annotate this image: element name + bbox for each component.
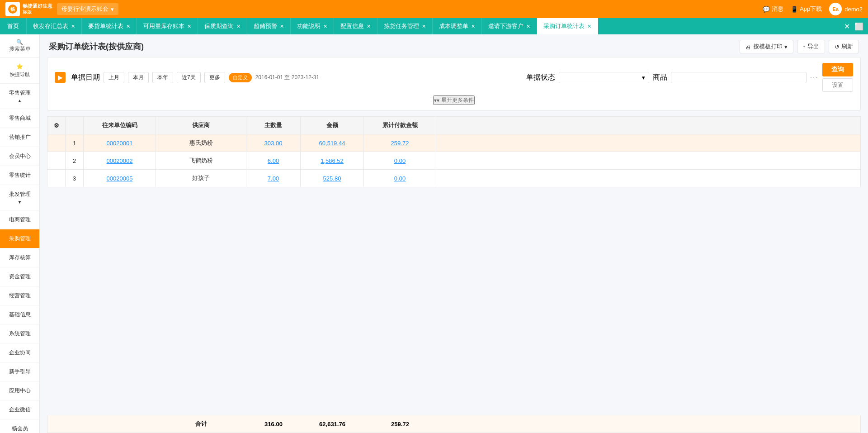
row3-main-qty: 7.00 bbox=[246, 170, 301, 187]
filter-toggle-btn[interactable]: ▶ bbox=[55, 72, 66, 83]
sidebar-item-new-guide[interactable]: 新手引导 bbox=[0, 362, 39, 381]
tab-expiry-query-label: 保质期查询 bbox=[204, 22, 234, 30]
sidebar-item-retail-mgmt[interactable]: 零售管理 ▲ bbox=[0, 84, 39, 109]
message-label: 消息 bbox=[772, 5, 783, 13]
tab-close-icon[interactable]: ✕ bbox=[367, 24, 371, 29]
tab-close-icon[interactable]: ✕ bbox=[587, 24, 591, 29]
row3-paid-amount-link[interactable]: 0.00 bbox=[394, 175, 406, 182]
sidebar-item-wholesale-mgmt[interactable]: 批发管理 ▼ bbox=[0, 185, 39, 210]
tab-purchase-stat[interactable]: 采购订单统计表 ✕ bbox=[537, 18, 598, 34]
row2-amount-link[interactable]: 1,586.52 bbox=[321, 157, 344, 164]
tab-close-icon[interactable]: ✕ bbox=[71, 24, 75, 29]
tab-close-icon[interactable]: ✕ bbox=[126, 24, 130, 29]
row3-supplier-code-link[interactable]: 00020005 bbox=[107, 175, 133, 182]
export-button[interactable]: ↑ 导出 bbox=[797, 40, 826, 53]
tab-home[interactable]: 首页 bbox=[0, 18, 27, 34]
tab-close-icon[interactable]: ✕ bbox=[526, 24, 530, 29]
row2-extra bbox=[436, 152, 861, 170]
row1-supplier-name: 惠氏奶粉 bbox=[189, 139, 213, 146]
this-month-btn[interactable]: 本月 bbox=[128, 72, 149, 83]
tab-overstock-warning-label: 超储预警 bbox=[254, 22, 277, 30]
last7days-btn[interactable]: 近7天 bbox=[177, 72, 201, 83]
maximize-btn[interactable]: ⬜ bbox=[853, 20, 865, 33]
row2-main-qty-link[interactable]: 6.00 bbox=[268, 157, 279, 164]
row1-supplier-code-link[interactable]: 00020001 bbox=[107, 140, 133, 147]
tab-function-desc[interactable]: 功能说明 ✕ bbox=[291, 18, 334, 34]
sidebar-item-member-center[interactable]: 会员中心 bbox=[0, 147, 39, 166]
more-options-icon[interactable]: ··· bbox=[810, 73, 819, 81]
filter-main-row: ▶ 单据日期 上月 本月 本年 近7天 更多 自定义 2016-01-01 至 … bbox=[55, 63, 853, 92]
tab-close-icon[interactable]: ✕ bbox=[187, 24, 191, 29]
tab-cost-adjust[interactable]: 成本调整单 ✕ bbox=[433, 18, 482, 34]
sidebar-item-inventory-check[interactable]: 库存核算 bbox=[0, 248, 39, 267]
refresh-button[interactable]: ↺ 刷新 bbox=[829, 40, 859, 53]
row1-settings bbox=[47, 134, 66, 152]
last-month-btn[interactable]: 上月 bbox=[104, 72, 124, 83]
sidebar-item-member-label: 畅会员 bbox=[12, 425, 28, 433]
expand-more-label: 展开更多条件 bbox=[441, 96, 474, 104]
message-btn[interactable]: 💬 消息 bbox=[763, 5, 783, 13]
row1-amount-link[interactable]: 60,519.44 bbox=[319, 140, 345, 147]
row1-main-qty-link[interactable]: 303.00 bbox=[264, 140, 283, 147]
workspace-selector[interactable]: 母婴行业演示账套 ▾ bbox=[57, 3, 118, 15]
sidebar-item-operation-mgmt[interactable]: 经营管理 bbox=[0, 286, 39, 305]
chevron-down-icon: ▾ bbox=[642, 74, 645, 81]
sidebar-item-purchase-mgmt[interactable]: 采购管理 bbox=[0, 229, 39, 248]
tab-config-info[interactable]: 配置信息 ✕ bbox=[334, 18, 377, 34]
row3-main-qty-link[interactable]: 7.00 bbox=[268, 175, 279, 182]
tab-close-icon[interactable]: ✕ bbox=[323, 24, 327, 29]
page-title: 采购订单统计表(按供应商) bbox=[49, 41, 144, 52]
row2-paid-amount-link[interactable]: 0.00 bbox=[394, 157, 406, 164]
sidebar-item-basic-info[interactable]: 基础信息 bbox=[0, 305, 39, 324]
sidebar-search-btn[interactable]: 🔍 搜索菜单 bbox=[0, 34, 39, 58]
sidebar-item-enterprise-wechat[interactable]: 企业微信 bbox=[0, 400, 39, 419]
footer-amount: 62,631.76 bbox=[301, 421, 364, 428]
sidebar-item-enterprise-collab-label: 企业协同 bbox=[9, 349, 31, 357]
tab-invite-downstream[interactable]: 邀请下游客户 ✕ bbox=[482, 18, 537, 34]
more-date-btn[interactable]: 更多 bbox=[204, 72, 225, 83]
sidebar-item-ecommerce-mgmt[interactable]: 电商管理 bbox=[0, 210, 39, 229]
tab-close-icon[interactable]: ✕ bbox=[280, 24, 284, 29]
sidebar-item-system-mgmt[interactable]: 系统管理 bbox=[0, 324, 39, 343]
sidebar-item-enterprise-collab[interactable]: 企业协同 bbox=[0, 343, 39, 362]
row2-settings bbox=[47, 152, 66, 170]
goods-input[interactable] bbox=[671, 72, 807, 83]
tab-close-icon[interactable]: ✕ bbox=[471, 24, 475, 29]
this-year-btn[interactable]: 本年 bbox=[152, 72, 173, 83]
chevron-down-icon: ▾ bbox=[784, 43, 788, 50]
tab-close-icon[interactable]: ✕ bbox=[422, 24, 426, 29]
sidebar-item-marketing[interactable]: 营销推广 bbox=[0, 128, 39, 147]
top-bar-left: 畅 畅捷通好生意 标版 母婴行业演示账套 ▾ bbox=[5, 2, 118, 16]
tab-receive-send[interactable]: 收发存汇总表 ✕ bbox=[27, 18, 82, 34]
print-button[interactable]: 🖨 按模板打印 ▾ bbox=[740, 40, 793, 53]
user-name: demo2 bbox=[844, 6, 863, 13]
query-button[interactable]: 查询 bbox=[822, 63, 853, 76]
col-settings-header[interactable]: ⚙ bbox=[47, 117, 66, 134]
tab-overstock-warning[interactable]: 超储预警 ✕ bbox=[247, 18, 291, 34]
sidebar-item-quick-nav[interactable]: ⭐ 快捷导航 bbox=[0, 58, 39, 84]
tab-goods-stat[interactable]: 要货单统计表 ✕ bbox=[82, 18, 137, 34]
tab-available-stock[interactable]: 可用量库存账本 ✕ bbox=[137, 18, 198, 34]
row1-paid-amount-link[interactable]: 259.72 bbox=[391, 140, 409, 147]
sidebar-item-retail-store[interactable]: 零售商城 bbox=[0, 109, 39, 128]
tab-close-icon[interactable]: ✕ bbox=[236, 24, 241, 29]
table-row: 3 00020005 好孩子 7.00 525.80 bbox=[47, 170, 861, 187]
table-row: 2 00020002 飞鹤奶粉 6.00 1,586.52 bbox=[47, 152, 861, 170]
avatar: Ea bbox=[829, 3, 842, 15]
sidebar-item-retail-stat[interactable]: 零售统计 bbox=[0, 166, 39, 185]
user-area[interactable]: Ea demo2 bbox=[829, 3, 863, 15]
row2-supplier-code-link[interactable]: 00020002 bbox=[107, 157, 133, 164]
expand-more-btn[interactable]: ▾▾ 展开更多条件 bbox=[433, 95, 475, 105]
row3-paid-amount: 0.00 bbox=[364, 170, 436, 187]
tab-picking-task[interactable]: 拣货任务管理 ✕ bbox=[377, 18, 433, 34]
tab-expiry-query[interactable]: 保质期查询 ✕ bbox=[198, 18, 247, 34]
sidebar-item-finance-mgmt-label: 资金管理 bbox=[9, 273, 31, 281]
app-download-btn[interactable]: 📱 App下载 bbox=[791, 5, 822, 13]
status-select[interactable]: ▾ bbox=[559, 72, 649, 83]
row3-amount-link[interactable]: 525.80 bbox=[323, 175, 341, 182]
sidebar-item-finance-mgmt[interactable]: 资金管理 bbox=[0, 267, 39, 286]
sidebar-item-member[interactable]: 畅会员 bbox=[0, 419, 39, 433]
settings-button[interactable]: 设置 bbox=[822, 78, 853, 92]
close-tab-btn[interactable]: ✕ bbox=[842, 20, 852, 33]
sidebar-item-app-center[interactable]: 应用中心 bbox=[0, 381, 39, 400]
